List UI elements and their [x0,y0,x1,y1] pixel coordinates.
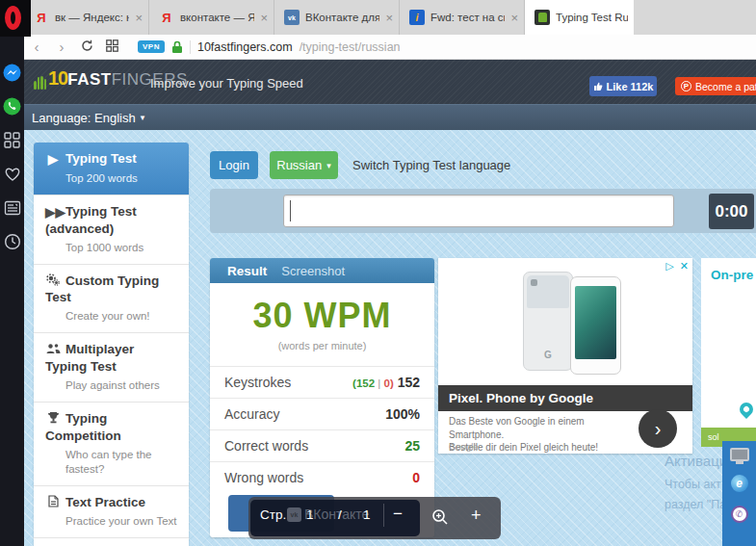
menu-item-text-practice[interactable]: Text Practice Practice your own Text [34,485,189,538]
url-domain: 10fastfingers.com [197,40,293,54]
language-bar[interactable]: Language: English ▾ [24,104,756,130]
ad-text-line1: Das Beste von Google in einem Smartphone… [449,415,613,441]
menu-subtitle: Top 200 words [65,171,179,186]
wrong-words-label: Wrong words [224,470,303,485]
speed-dial-grid-icon[interactable] [99,39,124,55]
pdf-viewer-toolbar: vk ВКонтакте Стр. 1 / 1 − + [248,497,501,539]
page-current-input[interactable]: 1 [306,507,314,522]
result-panel-header: Result Screenshot [210,258,434,283]
map-pin-icon [737,400,756,419]
thumbs-up-icon [593,82,603,91]
zoom-magnifier-icon[interactable] [431,508,449,530]
become-patron-button[interactable]: P Become a patron [675,77,756,95]
menu-subtitle: Create your own! [65,309,179,324]
internet-explorer-icon[interactable]: e [731,475,748,492]
result-row-correct-words: Correct words 25 [210,429,434,461]
ad-title[interactable]: Pixel. Phone by Google [438,385,692,411]
whatsapp-icon[interactable] [3,97,21,116]
tab-screenshot[interactable]: Screenshot [281,264,345,278]
messenger-icon[interactable] [3,64,21,82]
chevron-down-icon: ▾ [141,113,145,122]
result-row-wrong-words: Wrong words 0 [210,461,434,493]
forward-icon[interactable]: › [49,39,74,55]
ad-advertiser: Google [449,441,479,452]
tab-yandex-search-2[interactable]: Я вконтакте — Яндекс: наш × [149,0,274,35]
result-panel: Result Screenshot 30 WPM (words per minu… [210,258,434,537]
typing-input[interactable] [283,195,674,227]
yandex-icon: Я [159,10,174,25]
timer-display: 0:00 [709,194,754,229]
vk-ghost-icon: vk [287,507,301,522]
tab-title: вк — Яндекс: нашёлся 31 [55,12,129,23]
tab-typing-test-active[interactable]: Typing Test Russian [525,0,634,35]
pixel-phone-front-image [570,276,621,375]
zoom-out-button[interactable]: − [393,505,403,524]
close-icon[interactable]: × [135,12,143,24]
mail-icon: i [409,10,425,25]
login-label: Login [219,158,249,172]
menu-item-typing-competition[interactable]: Typing Competition Who can type the fast… [34,402,189,485]
login-button[interactable]: Login [210,151,258,179]
reload-icon[interactable] [74,39,99,55]
switch-language-label: Switch Typing Test language [352,158,510,172]
history-clock-icon[interactable] [3,232,21,250]
keystrokes-label: Keystrokes [224,375,291,390]
lock-icon [171,40,183,54]
menu-item-multiplayer[interactable]: Multiplayer Typing Test Play against oth… [34,332,189,402]
adchoices-icon[interactable]: ▷ [665,261,673,272]
google-ad[interactable]: ▷ ✕ G Pixel. Phone by Google Das Beste v… [438,258,692,454]
menu-subtitle: Who can type the fastest? [65,448,179,477]
url-field[interactable]: VPN 10fastfingers.com/typing-test/russia… [138,40,401,54]
logo-number: 10 [48,67,67,90]
wpm-value: 30 WPM [210,296,434,336]
menu-subtitle: Top 1000 words [65,241,179,255]
bookmarks-heart-icon[interactable] [3,165,21,183]
menu-item-typing-test[interactable]: ▶Typing Test Top 200 words [34,143,189,195]
result-row-keystrokes: Keystrokes (152 | 0) 152 [210,366,434,398]
language-select-button[interactable]: Russian ▾ [270,151,338,179]
page-total: 1 [363,507,371,522]
opera-logo[interactable] [0,0,31,37]
browser-window: Я вк — Яндекс: нашёлся 31 × Я вконтакте … [0,0,756,546]
ad-arrow-button[interactable]: › [639,409,677,448]
menu-item-typing-test-advanced[interactable]: ▶▶Typing Test (advanced) Top 1000 words [34,195,189,264]
side-ad-heading: On-pre [711,268,756,282]
viber-icon[interactable]: ✆ [731,506,748,523]
zoom-in-button[interactable]: + [471,506,482,526]
speed-dial-icon[interactable] [3,131,21,149]
tab-bar: Я вк — Яндекс: нашёлся 31 × Я вконтакте … [24,0,756,35]
tab-title: вконтакте — Яндекс: наш [180,12,254,23]
menu-title: Custom Typing Test [45,273,159,305]
tab-yandex-search-1[interactable]: Я вк — Яндекс: нашёлся 31 × [24,0,149,35]
menu-item-top-1000[interactable]: Top 1000 Unlock the Top 1000 words of yo… [34,537,189,546]
address-bar: ‹ › VPN 10fastfingers.com/typing-test/ru… [24,35,756,60]
tab-title: Fwd: тест на скорость пе [430,12,505,23]
close-icon[interactable]: × [260,12,268,24]
result-row-accuracy: Accuracy 100% [210,398,434,429]
close-icon[interactable]: × [510,12,518,24]
play-icon: ▶ [45,152,61,169]
facebook-like-button[interactable]: Like 112k [589,76,657,96]
site-header: 10 FAST FINGERS Improve your Typing Spee… [24,60,756,104]
menu-item-custom-typing-test[interactable]: Custom Typing Test Create your own! [34,264,189,333]
tab-mail[interactable]: i Fwd: тест на скорость пе × [400,0,525,35]
tab-result[interactable]: Result [227,264,267,278]
pixel-phone-back-image: G [523,272,573,371]
vpn-badge[interactable]: VPN [138,40,165,53]
close-icon[interactable]: × [385,12,393,24]
tab-vkontakte[interactable]: vk ВКонтакте для мобильны × [274,0,400,35]
keystrokes-separator: | [375,377,383,389]
news-icon[interactable] [3,198,21,217]
accuracy-value: 100% [385,406,420,422]
monitor-icon[interactable] [730,448,749,461]
keystrokes-correct: (152 [352,377,375,389]
side-ad[interactable]: On-pre [701,258,756,428]
dock-strip: e ✆ [722,441,756,546]
site-menu: ▶Typing Test Top 200 words ▶▶Typing Test… [34,143,189,546]
wrong-words-value: 0 [412,470,420,485]
menu-subtitle: Play against others [65,378,179,393]
site-tagline: Improve your Typing Speed [150,76,303,91]
back-icon[interactable]: ‹ [24,39,49,55]
divider [190,40,191,54]
ad-close-icon[interactable]: ✕ [680,261,689,272]
